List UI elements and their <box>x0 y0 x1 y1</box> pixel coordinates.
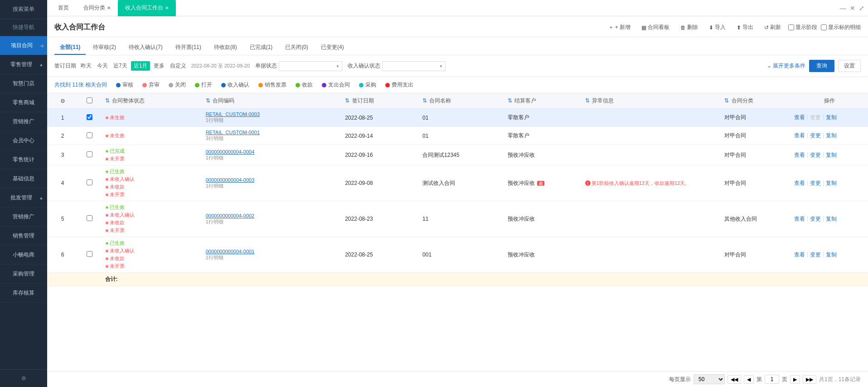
date-today[interactable]: 今天 <box>95 61 110 71</box>
sidebar-item-ecommerce[interactable]: 小畅电商 <box>0 246 47 265</box>
row6-change-link[interactable]: 变更 <box>810 251 821 259</box>
sidebar-item-project[interactable]: 项目合同 ◀ <box>0 36 47 55</box>
sidebar-item-inventory[interactable]: 库存核算 <box>0 284 47 303</box>
column-settings-icon[interactable]: ⚙ <box>60 98 65 104</box>
expense-button[interactable]: 费用支出 <box>382 80 417 90</box>
row1-copy-link[interactable]: 复制 <box>826 114 837 121</box>
sidebar-search[interactable]: 搜索菜单 <box>0 0 47 19</box>
tab-contract-category[interactable]: 合同分类 ✕ <box>76 0 118 16</box>
buy-button[interactable]: 采购 <box>355 80 380 90</box>
col-check-header[interactable] <box>78 93 101 109</box>
row2-checkbox[interactable] <box>87 132 92 138</box>
row4-copy-link[interactable]: 复制 <box>826 179 837 187</box>
tab-contract-category-close[interactable]: ✕ <box>107 5 111 10</box>
row1-check[interactable] <box>78 109 101 127</box>
collect-button[interactable]: 收款 <box>292 80 316 90</box>
select-all-checkbox[interactable] <box>87 97 92 103</box>
filter-tab-pending-review[interactable]: 待审核(2) <box>87 41 121 55</box>
last-page-button[interactable]: ▶▶ <box>803 375 816 384</box>
row6-copy-link[interactable]: 复制 <box>826 251 837 259</box>
show-phase-checkbox[interactable] <box>788 24 794 30</box>
col-settings-header[interactable]: ⚙ <box>47 93 78 109</box>
invoice-button[interactable]: 销售发票 <box>255 80 290 90</box>
row6-code-link[interactable]: 0000000000004-0001 <box>206 249 338 254</box>
next-page-button[interactable]: ▶ <box>790 375 800 384</box>
sidebar-item-basic[interactable]: 基础信息 <box>0 169 47 189</box>
row4-code-link[interactable]: 0000000000004-0003 <box>206 177 338 183</box>
window-minimize-icon[interactable]: — <box>840 5 846 12</box>
row6-view-link[interactable]: 查看 <box>794 251 805 259</box>
row5-change-link[interactable]: 变更 <box>810 215 821 223</box>
filter-tab-pending-collect[interactable]: 待收款(8) <box>209 41 242 55</box>
sidebar-item-retail[interactable]: 零售管理 ▲ <box>0 55 47 74</box>
window-restore-icon[interactable]: ⤢ <box>859 5 864 12</box>
status-select[interactable] <box>279 61 342 71</box>
print-button[interactable]: 打开 <box>191 80 216 90</box>
row3-checkbox[interactable] <box>87 151 92 157</box>
filter-tab-completed[interactable]: 已完成(1) <box>244 41 278 55</box>
out-contract-button[interactable]: 支出合同 <box>318 80 354 90</box>
export-button[interactable]: ⬆ 导出 <box>733 22 757 33</box>
tab-home[interactable]: 首页 <box>51 0 76 16</box>
window-close-icon[interactable]: ✕ <box>850 5 855 12</box>
query-button[interactable]: 查询 <box>809 60 834 72</box>
dashboard-button[interactable]: ▦ 合同看板 <box>638 22 673 33</box>
sidebar-item-retail-mall[interactable]: 零售商城 <box>0 93 47 112</box>
row2-check[interactable] <box>78 127 101 145</box>
row5-checkbox[interactable] <box>87 215 92 221</box>
sidebar-item-marketing[interactable]: 营销推广 <box>0 112 47 131</box>
page-input[interactable] <box>765 375 779 384</box>
row1-change-link[interactable]: 变更 <box>810 114 821 121</box>
prev-page-button[interactable]: ◀ <box>744 375 754 384</box>
date-custom[interactable]: 自定义 <box>168 61 188 71</box>
sidebar-item-member[interactable]: 会员中心 <box>0 131 47 150</box>
row3-code-link[interactable]: 0000000000004-0004 <box>206 149 338 155</box>
row3-check[interactable] <box>78 145 101 165</box>
filter-tab-closed[interactable]: 已关闭(0) <box>280 41 314 55</box>
review-button[interactable]: 审核 <box>112 80 137 90</box>
filter-tab-pending-confirm[interactable]: 待收入确认(7) <box>123 41 168 55</box>
settings-button[interactable]: 设置 <box>838 60 861 72</box>
row4-checkbox[interactable] <box>87 179 92 185</box>
close-contract-button[interactable]: 关闭 <box>165 80 189 90</box>
filter-tab-all[interactable]: 全部(11) <box>54 41 86 55</box>
row6-check[interactable] <box>78 237 101 273</box>
show-detail-checkbox-label[interactable]: 显示标的明细 <box>821 24 861 31</box>
tab-income-contract[interactable]: 收入合同工作台 ✕ <box>118 0 176 16</box>
refresh-button[interactable]: ↺ 刷新 <box>761 22 785 33</box>
row5-copy-link[interactable]: 复制 <box>826 215 837 223</box>
show-detail-checkbox[interactable] <box>821 24 827 30</box>
tab-income-contract-close[interactable]: ✕ <box>165 5 169 10</box>
delete-button[interactable]: 🗑 删除 <box>677 22 702 33</box>
import-button[interactable]: ⬇ 导入 <box>705 22 729 33</box>
filter-tab-changed[interactable]: 已变更(4) <box>315 41 349 55</box>
row3-change-link[interactable]: 变更 <box>810 151 821 159</box>
sidebar-quick-nav[interactable]: 快捷导航 <box>0 19 47 36</box>
row3-view-link[interactable]: 查看 <box>794 151 805 159</box>
date-1month[interactable]: 近1月 <box>131 61 150 71</box>
row5-check[interactable] <box>78 201 101 237</box>
row2-copy-link[interactable]: 复制 <box>826 132 837 140</box>
sidebar-item-wholesale[interactable]: 批发管理 ▲ <box>0 189 47 208</box>
row1-code-link[interactable]: RETAIL_CUSTOM-0003 <box>206 111 338 117</box>
row2-change-link[interactable]: 变更 <box>810 132 821 140</box>
sidebar-item-purchase[interactable]: 采购管理 <box>0 265 47 284</box>
abandon-button[interactable]: 弃审 <box>139 80 163 90</box>
row3-copy-link[interactable]: 复制 <box>826 151 837 159</box>
confirm-status-select[interactable] <box>382 61 446 71</box>
row1-view-link[interactable]: 查看 <box>794 114 805 121</box>
date-yesterday[interactable]: 昨天 <box>79 61 93 71</box>
expand-conditions-button[interactable]: ⌄ 展开更多条件 <box>767 62 805 70</box>
filter-tab-pending-invoice[interactable]: 待开票(11) <box>170 41 207 55</box>
row2-view-link[interactable]: 查看 <box>794 132 805 140</box>
row2-code-link[interactable]: RETAIL_CUSTOM-0001 <box>206 130 338 135</box>
row4-check[interactable] <box>78 165 101 201</box>
show-phase-checkbox-label[interactable]: 显示阶段 <box>788 24 817 31</box>
date-7days[interactable]: 近7天 <box>112 61 129 71</box>
add-button[interactable]: ＋ + 新增 <box>605 22 634 33</box>
row5-code-link[interactable]: 0000000000004-0002 <box>206 213 338 218</box>
row6-checkbox[interactable] <box>87 251 92 257</box>
row4-view-link[interactable]: 查看 <box>794 179 805 187</box>
row5-view-link[interactable]: 查看 <box>794 215 805 223</box>
sidebar-settings-icon[interactable]: ⚙ <box>0 369 47 387</box>
